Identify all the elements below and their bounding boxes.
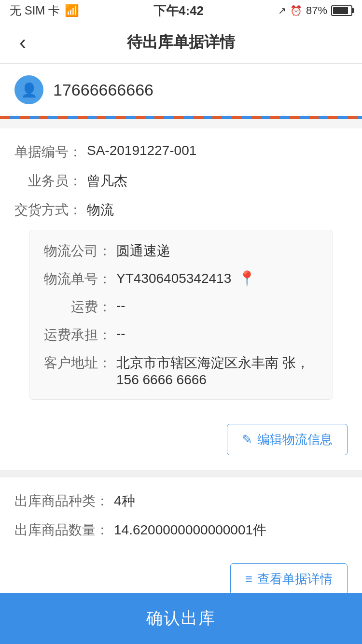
status-bar: 无 SIM 卡 📶 下午4:42 ↗ ⏰ 87% [0, 0, 362, 21]
carrier-label: 无 SIM 卡 [10, 3, 60, 18]
view-btn-label: 查看单据详情 [257, 571, 333, 588]
order-info-section: 单据编号： SA-20191227-001 业务员： 曾凡杰 交货方式： 物流 … [0, 128, 362, 414]
delivery-value: 物流 [87, 201, 348, 219]
order-no-row: 单据编号： SA-20191227-001 [14, 143, 348, 161]
salesman-label: 业务员： [14, 172, 82, 190]
status-time: 下午4:42 [153, 2, 204, 19]
logistics-tracking-row: 物流单号： YT4306405342413 📍 [44, 270, 318, 288]
logistics-company-row: 物流公司： 圆通速递 [44, 242, 318, 260]
avatar: 👤 [14, 75, 43, 104]
customer-section: 👤 17666666666 [0, 64, 362, 116]
wifi-icon: 📶 [65, 4, 79, 17]
edit-logistics-button[interactable]: ✎ 编辑物流信息 [227, 424, 348, 455]
customer-phone: 17666666666 [53, 81, 153, 99]
alarm-icon: ⏰ [290, 5, 302, 16]
nav-bar: ‹ 待出库单据详情 [0, 21, 362, 64]
battery-label: 87% [306, 4, 327, 17]
goods-quantity-row: 出库商品数量： 14.6200000000000001件 [14, 521, 348, 539]
logistics-freight-bear-row: 运费承担： -- [44, 326, 318, 344]
logistics-tracking-label: 物流单号： [44, 270, 111, 288]
logistics-freight-bear-value: -- [116, 326, 318, 341]
edit-btn-label: 编辑物流信息 [257, 431, 333, 448]
dashed-divider [0, 116, 362, 119]
goods-types-label: 出库商品种类： [14, 492, 109, 510]
back-button[interactable]: ‹ [14, 26, 31, 59]
delivery-label: 交货方式： [14, 201, 82, 219]
confirm-btn-wrap: 确认出库 [0, 593, 362, 644]
confirm-button[interactable]: 确认出库 [0, 593, 362, 644]
logistics-freight-label: 运费： [44, 298, 111, 316]
logistics-tracking-value: YT4306405342413 📍 [116, 270, 318, 287]
order-no-value: SA-20191227-001 [87, 143, 348, 158]
status-left: 无 SIM 卡 📶 [10, 3, 79, 18]
salesman-row: 业务员： 曾凡杰 [14, 172, 348, 190]
goods-types-value: 4种 [114, 492, 135, 510]
location-status-icon: ↗ [278, 5, 286, 16]
goods-quantity-label: 出库商品数量： [14, 521, 109, 539]
logistics-company-value: 圆通速递 [116, 242, 318, 260]
logistics-freight-bear-label: 运费承担： [44, 326, 111, 344]
edit-icon: ✎ [242, 432, 252, 447]
logistics-freight-value: -- [116, 298, 318, 313]
battery-icon [331, 5, 352, 16]
order-no-label: 单据编号： [14, 143, 82, 161]
goods-section: 出库商品种类： 4种 出库商品数量： 14.6200000000000001件 [0, 477, 362, 554]
logistics-company-label: 物流公司： [44, 242, 111, 260]
delivery-row: 交货方式： 物流 [14, 201, 348, 219]
section-divider [0, 470, 362, 477]
view-icon: ≡ [245, 572, 252, 587]
status-right: ↗ ⏰ 87% [278, 4, 352, 17]
logistics-freight-row: 运费： -- [44, 298, 318, 316]
goods-quantity-value: 14.6200000000000001件 [114, 521, 266, 539]
logistics-address-value: 北京市市辖区海淀区永丰南 张，156 6666 6666 [116, 354, 318, 388]
page-title: 待出库单据详情 [127, 32, 235, 53]
logistics-card: 物流公司： 圆通速递 物流单号： YT4306405342413 📍 运费： -… [29, 230, 333, 400]
logistics-address-label: 客户地址： [44, 354, 111, 372]
edit-btn-wrap: ✎ 编辑物流信息 [0, 414, 362, 470]
tracking-location-icon[interactable]: 📍 [238, 270, 256, 287]
salesman-value: 曾凡杰 [87, 172, 348, 190]
goods-types-row: 出库商品种类： 4种 [14, 492, 348, 510]
view-details-button[interactable]: ≡ 查看单据详情 [230, 563, 348, 595]
logistics-address-row: 客户地址： 北京市市辖区海淀区永丰南 张，156 6666 6666 [44, 354, 318, 388]
avatar-icon: 👤 [21, 82, 38, 98]
